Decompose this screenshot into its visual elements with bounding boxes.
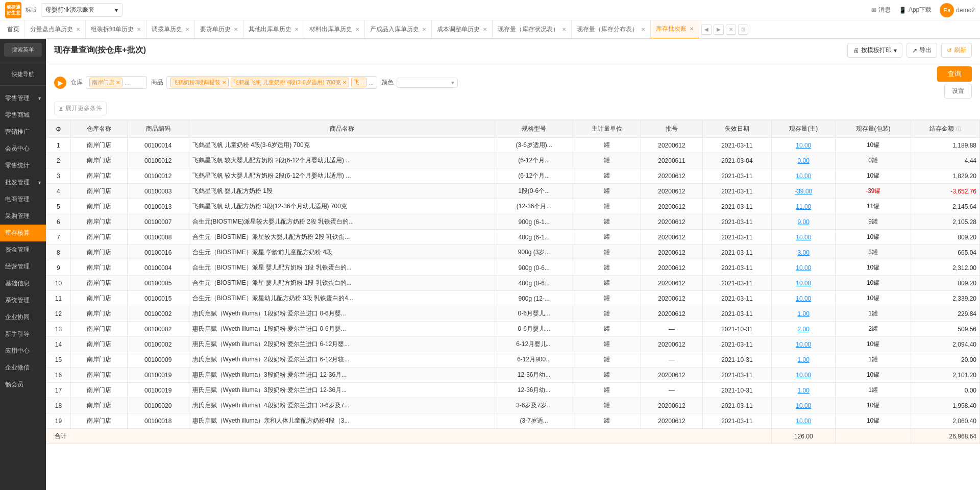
sidebar-item-wholesale[interactable]: 批发管理 ▾ (0, 174, 46, 191)
sidebar-item-retail-stats[interactable]: 零售统计 (0, 157, 46, 174)
close-icon[interactable]: ✕ (234, 27, 238, 32)
cell-amount: 809.20 (911, 276, 979, 291)
close-icon[interactable]: ✕ (76, 27, 80, 32)
expand-conditions-btn[interactable]: ⊻ 展开更多条件 (54, 102, 107, 115)
cell-qty[interactable]: 10.00 (772, 413, 836, 429)
cell-amount: 1,958.40 (911, 398, 979, 413)
sidebar-item-operations[interactable]: 经营管理 (0, 258, 46, 275)
col-settings[interactable]: ⚙ (46, 120, 71, 138)
close-icon[interactable]: ✕ (185, 27, 189, 32)
cell-unit: 罐 (573, 368, 641, 383)
tab-fenpan[interactable]: 分量盘点单历史 ✕ (25, 20, 86, 39)
cell-qty[interactable]: 9.00 (772, 214, 836, 230)
remove-product-tag-1-btn[interactable]: ✕ (222, 80, 226, 85)
sidebar-item-ecommerce[interactable]: 电商管理 (0, 191, 46, 208)
cell-qty[interactable]: 10.00 (772, 291, 836, 306)
tab-home[interactable]: 首页 (2, 20, 25, 39)
sidebar-item-member[interactable]: 会员中心 (0, 140, 46, 157)
sidebar-item-retail-shop[interactable]: 零售商城 (0, 107, 46, 124)
tab-chengben[interactable]: 成本调整单历史 ✕ (432, 20, 493, 39)
logo-sub: 标版 (26, 6, 37, 14)
refresh-btn[interactable]: ↺ 刷新 (941, 43, 972, 58)
cell-qty[interactable]: 1.00 (772, 306, 836, 322)
close-icon[interactable]: ✕ (690, 26, 694, 32)
close-icon[interactable]: ✕ (641, 27, 645, 32)
cell-qty[interactable]: 10.00 (772, 368, 836, 383)
total-amount-cell: 26,968.64 (911, 429, 979, 444)
sidebar-item-member-card[interactable]: 畅会员 (0, 376, 46, 393)
tab-prev-btn[interactable]: ◀ (701, 24, 712, 35)
quick-nav-btn[interactable]: 快捷导航 (0, 67, 46, 81)
tab-diaopo[interactable]: 调拨单历史 ✕ (146, 20, 195, 39)
product-label: 商品 (151, 78, 163, 87)
product-filter-input[interactable]: 飞鹤奶粉3段两提装 ✕ 飞鹤星飞帆 儿童奶粉 4段(3-6岁适用) 700克 ✕… (166, 76, 377, 89)
search-menu-btn[interactable]: 搜索英单 (4, 43, 42, 57)
cell-qty[interactable]: 2.00 (772, 322, 836, 337)
cell-qty[interactable]: 0.00 (772, 153, 836, 168)
cell-batch: 20200612 (641, 337, 703, 352)
warehouse-filter-input[interactable]: 南岸门店 ✕ ... (86, 76, 147, 89)
sidebar-item-enterprise-wechat[interactable]: 企业微信 (0, 359, 46, 376)
user-menu[interactable]: Ea demo2 (940, 3, 975, 17)
cell-qty[interactable]: 1.00 (772, 352, 836, 368)
cell-qty[interactable]: -39.00 (772, 184, 836, 199)
template-print-btn[interactable]: 🖨 按模板打印 ▾ (847, 43, 902, 58)
filter-expand-btn[interactable]: ▶ (54, 77, 66, 89)
industry-selector[interactable]: 母婴行业演示账套 ▾ (41, 3, 122, 17)
tab-more-btn[interactable]: ⊡ (738, 24, 748, 35)
message-btn[interactable]: ✉ 消息 (871, 6, 891, 14)
tab-qitachu[interactable]: 其他出库单历史 ✕ (243, 20, 304, 39)
sidebar-item-basic-info[interactable]: 基础信息 (0, 275, 46, 292)
close-icon[interactable]: ✕ (295, 27, 299, 32)
tab-pici[interactable]: 库存批次账 ✕ (651, 20, 699, 39)
cell-qty[interactable]: 10.00 (772, 337, 836, 352)
close-icon[interactable]: ✕ (355, 27, 359, 32)
sidebar-item-purchase[interactable]: 采购管理 (0, 208, 46, 225)
cell-qty[interactable]: 1.00 (772, 383, 836, 398)
tab-kucunzhuang[interactable]: 现存量（库存状况表） ✕ (493, 20, 572, 39)
sidebar-item-enterprise[interactable]: 企业协同 (0, 309, 46, 326)
cell-code: 00100019 (127, 383, 189, 398)
sidebar-item-system[interactable]: 系统管理 (0, 292, 46, 309)
cell-qty[interactable]: 3.00 (772, 245, 836, 260)
cell-qty[interactable]: 10.00 (772, 398, 836, 413)
tab-next-btn[interactable]: ▶ (714, 24, 724, 35)
tab-chanpin[interactable]: 产成品入库单历史 ✕ (365, 20, 432, 39)
cell-warehouse: 南岸门店 (70, 230, 127, 245)
cell-spec: (6-12个月... (495, 153, 573, 168)
close-icon[interactable]: ✕ (483, 27, 487, 32)
export-btn[interactable]: ↗ 导出 (906, 43, 937, 58)
cell-qty[interactable]: 10.00 (772, 276, 836, 291)
main-layout: 搜索英单 快捷导航 零售管理 ▾ 零售商城 营销推广 会员中心 零售统计 (0, 39, 980, 490)
close-icon[interactable]: ✕ (422, 27, 426, 32)
cell-qty[interactable]: 11.00 (772, 199, 836, 214)
sidebar-item-app-center[interactable]: 应用中心 (0, 342, 46, 359)
cell-expire: 2021-03-11 (702, 138, 771, 153)
cell-expire: 2021-03-11 (702, 230, 771, 245)
sidebar-item-finance[interactable]: 资金管理 (0, 241, 46, 258)
settings-btn[interactable]: 设置 (944, 84, 972, 99)
app-download-btn[interactable]: 📱 App下载 (899, 6, 932, 14)
tab-close-all-btn[interactable]: ✕ (726, 24, 736, 35)
remove-product-tag-2-btn[interactable]: ✕ (342, 80, 347, 85)
sidebar-item-new-guide[interactable]: 新手引导 (0, 326, 46, 342)
tab-kucunfen[interactable]: 现存量（库存分布表） ✕ (572, 20, 651, 39)
cell-qty[interactable]: 10.00 (772, 230, 836, 245)
tab-zuzhe[interactable]: 组装拆卸单历史 ✕ (86, 20, 146, 39)
sidebar-item-inventory[interactable]: 库存核算 (0, 225, 46, 241)
sidebar-item-marketing[interactable]: 营销推广 (0, 124, 46, 140)
sidebar-item-retail-mgmt[interactable]: 零售管理 ▾ (0, 90, 46, 107)
cell-qty[interactable]: 10.00 (772, 138, 836, 153)
table-row: 10 南岸门店 00100005 合生元（BIOSTIME）派星 婴儿配方奶粉 … (46, 276, 980, 291)
cell-warehouse: 南岸门店 (70, 383, 127, 398)
cell-qty[interactable]: 10.00 (772, 260, 836, 276)
close-icon[interactable]: ✕ (137, 27, 141, 32)
remove-warehouse-tag-btn[interactable]: ✕ (116, 80, 120, 85)
color-filter-input[interactable]: ▾ (397, 78, 458, 88)
tab-cailiao[interactable]: 材料出库单历史 ✕ (304, 20, 365, 39)
close-icon[interactable]: ✕ (562, 27, 566, 32)
cell-spec: 12-36月幼... (495, 383, 573, 398)
cell-qty[interactable]: 10.00 (772, 168, 836, 184)
tab-yaohuo[interactable]: 要货单历史 ✕ (195, 20, 243, 39)
query-btn[interactable]: 查询 (937, 66, 972, 82)
